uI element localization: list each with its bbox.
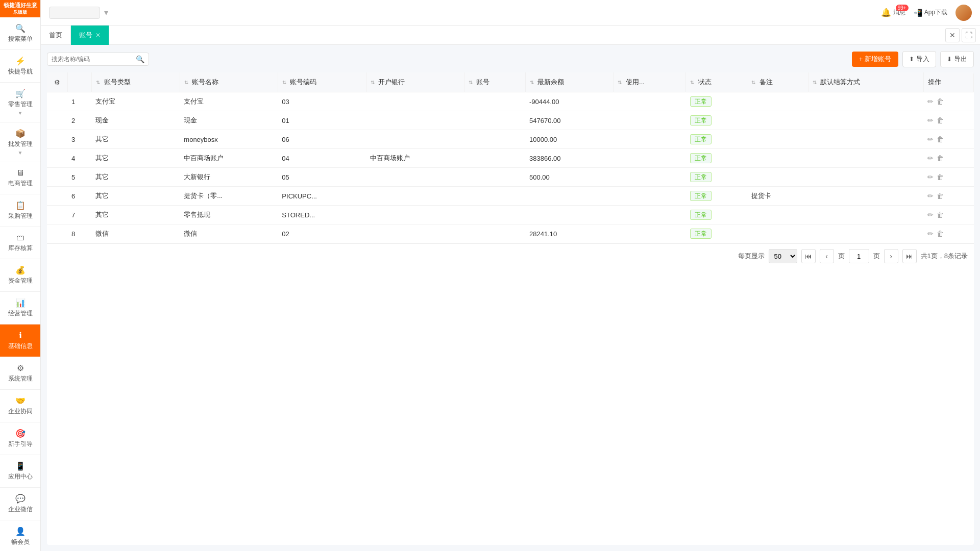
sidebar-item-label: 企业协同	[8, 407, 33, 416]
sidebar-item-wholesale-mgmt[interactable]: 📦 批发管理 ▼	[0, 122, 40, 162]
row-account-type: 其它	[91, 130, 180, 149]
col-latest-balance[interactable]: ⇅ 最新余额	[525, 72, 614, 92]
notification-btn[interactable]: 🔔 消息 99+	[881, 8, 905, 17]
app-download-btn[interactable]: 📲 App下载	[914, 8, 947, 17]
config-icon[interactable]: ⚙	[54, 79, 60, 86]
toolbar-right: + 新增账号 ⬆ 导入 ⬇ 导出	[852, 51, 974, 67]
table-row: 8 微信 微信 02 28241.10 正常 ✏ 🗑	[47, 224, 974, 243]
page-input[interactable]	[849, 249, 869, 263]
delete-btn[interactable]: 🗑	[937, 97, 944, 106]
last-page-btn[interactable]: ⏭	[902, 249, 917, 263]
sidebar-item-quick-nav[interactable]: ⚡ 快捷导航	[0, 50, 40, 83]
sidebar-item-app-center[interactable]: 📱 应用中心	[0, 455, 40, 488]
topbar-right: 🔔 消息 99+ 📲 App下载	[881, 5, 972, 21]
sidebar-item-inventory[interactable]: 🗃 库存核算	[0, 227, 40, 259]
table-row: 3 其它 moneybosx 06 10000.00 正常 ✏ 🗑	[47, 130, 974, 149]
col-account-name[interactable]: ⇅ 账号名称	[180, 72, 278, 92]
delete-btn[interactable]: 🗑	[937, 173, 944, 181]
row-status: 正常	[686, 149, 747, 168]
sidebar: 畅捷通好生意 乐版版 🔍 搜索菜单 ⚡ 快捷导航 🛒 零售管理 ▼ 📦 批发管理…	[0, 0, 41, 551]
sidebar-item-newbie-guide[interactable]: 🎯 新手引导	[0, 422, 40, 455]
row-latest-balance: 28241.10	[525, 224, 614, 243]
purchase-icon: 📋	[15, 201, 26, 210]
row-status: 正常	[686, 187, 747, 206]
export-btn[interactable]: ⬇ 导出	[940, 51, 974, 67]
pagination: 每页显示 50 100 200 ⏮ ‹ 页 页 › ⏭ 共1页，8条记录	[47, 243, 974, 268]
next-page-btn[interactable]: ›	[884, 249, 898, 263]
sidebar-item-enterprise-wechat[interactable]: 💬 企业微信	[0, 488, 40, 520]
sort-account-number-icon: ⇅	[469, 80, 473, 85]
close-all-tabs-btn[interactable]: ✕	[945, 28, 960, 42]
edit-btn[interactable]: ✏	[927, 154, 934, 162]
fullscreen-btn[interactable]: ⛶	[962, 28, 976, 42]
sidebar-item-search-menu[interactable]: 🔍 搜索菜单	[0, 17, 40, 50]
per-page-select[interactable]: 50 100 200	[769, 249, 797, 263]
row-remark	[747, 111, 808, 130]
sidebar-item-capital-mgmt[interactable]: 💰 资金管理	[0, 259, 40, 292]
col-account-number[interactable]: ⇅ 账号	[464, 72, 525, 92]
tab-account[interactable]: 账号 ✕	[71, 26, 109, 45]
sidebar-item-label: 批发管理	[8, 140, 33, 148]
col-account-type[interactable]: ⇅ 账号类型	[91, 72, 180, 92]
account-table: ⚙ ⇅ 账号类型 ⇅ 账号名称 ⇅ 账号编码	[47, 72, 974, 243]
row-account-code: STORED...	[278, 206, 366, 224]
import-btn[interactable]: ⬆ 导入	[902, 51, 936, 67]
download-icon: 📲	[914, 9, 922, 17]
col-usage[interactable]: ⇅ 使用...	[614, 72, 686, 92]
col-bank[interactable]: ⇅ 开户银行	[366, 72, 464, 92]
row-remark	[747, 130, 808, 149]
row-index: 7	[67, 206, 91, 224]
delete-btn[interactable]: 🗑	[937, 192, 944, 200]
edit-btn[interactable]: ✏	[927, 97, 934, 106]
row-account-type: 其它	[91, 206, 180, 224]
edit-btn[interactable]: ✏	[927, 116, 934, 124]
edit-btn[interactable]: ✏	[927, 211, 934, 219]
sidebar-item-ecommerce-mgmt[interactable]: 🖥 电商管理	[0, 162, 40, 194]
sidebar-item-retail-mgmt[interactable]: 🛒 零售管理 ▼	[0, 83, 40, 122]
topbar-dropdown-icon[interactable]: ▾	[104, 8, 108, 17]
sidebar-item-member[interactable]: 👤 畅会员	[0, 520, 40, 551]
row-status: 正常	[686, 92, 747, 111]
col-config[interactable]: ⚙	[47, 72, 67, 92]
user-avatar[interactable]	[955, 5, 972, 21]
col-account-code[interactable]: ⇅ 账号编码	[278, 72, 366, 92]
sidebar-item-label: 搜索菜单	[8, 35, 33, 43]
delete-btn[interactable]: 🗑	[937, 154, 944, 162]
row-account-number	[464, 149, 525, 168]
delete-btn[interactable]: 🗑	[937, 116, 944, 124]
search-box: 🔍	[47, 53, 149, 66]
sort-bank-icon: ⇅	[371, 80, 375, 85]
sidebar-item-basic-info[interactable]: ℹ 基础信息	[0, 324, 40, 357]
search-menu-icon: 🔍	[15, 23, 26, 33]
sidebar-item-purchase-mgmt[interactable]: 📋 采购管理	[0, 194, 40, 227]
col-status[interactable]: ⇅ 状态	[686, 72, 747, 92]
topbar-search-input[interactable]	[49, 7, 100, 19]
search-input[interactable]	[52, 56, 136, 63]
sidebar-item-enterprise-agreement[interactable]: 🤝 企业协同	[0, 390, 40, 422]
sort-balance-icon: ⇅	[530, 80, 534, 85]
row-config-cell	[47, 168, 67, 187]
close-tab-icon[interactable]: ✕	[95, 32, 101, 39]
row-usage	[614, 206, 686, 224]
tab-home[interactable]: 首页	[41, 26, 71, 45]
sidebar-item-operation-mgmt[interactable]: 📊 经营管理	[0, 292, 40, 324]
row-index: 3	[67, 130, 91, 149]
prev-page-btn[interactable]: ‹	[820, 249, 834, 263]
search-icon[interactable]: 🔍	[136, 55, 144, 63]
edit-btn[interactable]: ✏	[927, 135, 934, 143]
sidebar-item-system-mgmt[interactable]: ⚙ 系统管理	[0, 357, 40, 390]
col-remark[interactable]: ⇅ 备注	[747, 72, 808, 92]
row-latest-balance: 547670.00	[525, 111, 614, 130]
edit-btn[interactable]: ✏	[927, 230, 934, 238]
delete-btn[interactable]: 🗑	[937, 135, 944, 143]
add-account-btn[interactable]: + 新增账号	[852, 52, 898, 67]
delete-btn[interactable]: 🗑	[937, 230, 944, 238]
edit-btn[interactable]: ✏	[927, 192, 934, 200]
col-actions: 操作	[923, 72, 973, 92]
row-account-type: 其它	[91, 168, 180, 187]
sidebar-item-label: 电商管理	[8, 179, 33, 188]
col-default-settlement[interactable]: ⇅ 默认结算方式	[808, 72, 923, 92]
first-page-btn[interactable]: ⏮	[801, 249, 816, 263]
delete-btn[interactable]: 🗑	[937, 211, 944, 219]
edit-btn[interactable]: ✏	[927, 173, 934, 181]
